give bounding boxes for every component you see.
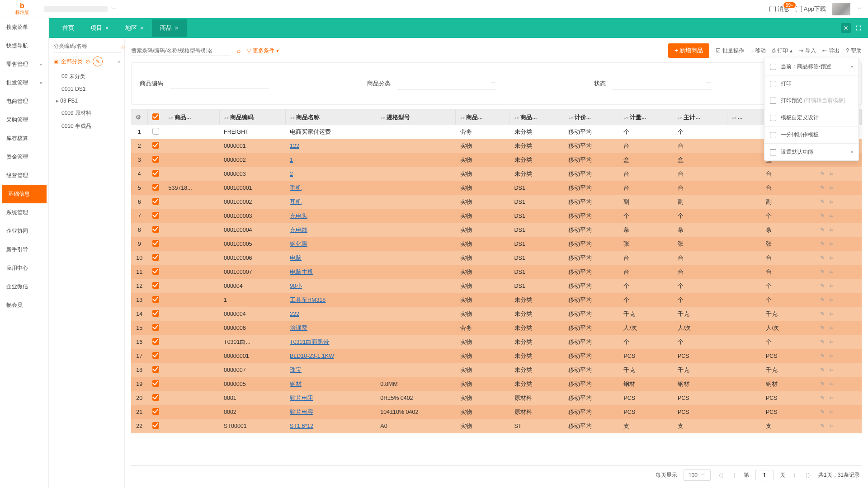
print-menu-item[interactable]: 模板自定义设计	[764, 109, 859, 126]
table-row[interactable]: 5539718...000100001手机实物DS1移动平均台台台✎⌗	[131, 181, 862, 195]
row-checkbox[interactable]	[152, 170, 159, 177]
more-icon[interactable]: ⌗	[830, 296, 833, 304]
product-name-link[interactable]: 工具车HM318	[290, 297, 326, 303]
row-checkbox[interactable]	[152, 296, 159, 303]
edit-icon[interactable]: ✎	[820, 422, 825, 430]
sidebar-item[interactable]: 企业微信	[0, 277, 48, 296]
column-header[interactable]: ▴▾计量...	[619, 110, 673, 125]
sidebar-item[interactable]: 畅会员	[0, 296, 48, 314]
more-icon[interactable]: ⌗	[830, 268, 833, 276]
column-header[interactable]: ▴▾商品...	[510, 110, 564, 125]
row-checkbox[interactable]	[152, 268, 159, 275]
table-row[interactable]: 22ST00001ST1.6*12A0实物ST移动平均支支支✎⌗	[131, 419, 862, 433]
row-checkbox[interactable]	[152, 240, 159, 247]
product-name-link[interactable]: 122	[290, 143, 299, 149]
search-icon[interactable]: ⌕	[121, 42, 125, 50]
sidebar-item[interactable]: 应用中心	[0, 259, 48, 277]
table-row[interactable]: 190000005钢材0.8MM实物未分类移动平均钢材钢材钢材✎⌗	[131, 377, 862, 391]
product-name-link[interactable]: 充电头	[290, 213, 307, 219]
sidebar-item[interactable]: 零售管理▾	[0, 55, 48, 74]
product-name-link[interactable]: 钢材	[290, 381, 302, 387]
table-row[interactable]: 11000100007电脑主机实物DS1移动平均台台台✎⌗	[131, 265, 862, 279]
product-name-link[interactable]: T0301白面黑带	[290, 339, 329, 345]
edit-icon[interactable]: ✎	[820, 212, 825, 220]
select-all-checkbox[interactable]	[152, 113, 159, 120]
tab[interactable]: 地区✕	[117, 19, 152, 37]
row-checkbox[interactable]	[152, 366, 159, 373]
column-header[interactable]: ▴▾规格型号	[376, 110, 456, 125]
column-header[interactable]: ▴▾商品编码	[219, 110, 285, 125]
column-header[interactable]: ▴▾商品...	[456, 110, 510, 125]
table-row[interactable]: 8000100004充电线实物DS1移动平均条条条✎⌗	[131, 223, 862, 237]
table-row[interactable]: 400000032实物未分类移动平均台台台✎⌗	[131, 167, 862, 181]
sidebar-item[interactable]: 企业协同	[0, 222, 48, 240]
row-checkbox[interactable]	[152, 282, 159, 289]
filter-cat-select[interactable]: ﹀	[397, 78, 496, 89]
product-name-link[interactable]: 培训费	[290, 325, 307, 331]
more-icon[interactable]: ⌗	[830, 366, 833, 374]
edit-icon[interactable]: ✎	[820, 268, 825, 276]
sidebar-item[interactable]: 电商管理	[0, 92, 48, 111]
edit-icon[interactable]: ✎	[820, 324, 825, 332]
more-icon[interactable]: ⌗	[830, 310, 833, 318]
column-header[interactable]: ⚙	[131, 110, 148, 125]
more-icon[interactable]: ⌗	[830, 394, 833, 402]
filter-code-input[interactable]	[170, 79, 269, 89]
product-table[interactable]: ⚙▴▾商品...▴▾商品编码▴▾商品名称▴▾规格型号▴▾商品...▴▾商品...…	[131, 109, 862, 466]
sidebar-item[interactable]: 库存核算	[0, 129, 48, 148]
product-name-link[interactable]: 耳机	[290, 199, 302, 205]
avatar[interactable]	[832, 3, 850, 15]
edit-icon[interactable]: ✎	[820, 240, 825, 248]
product-name-link[interactable]: 90小	[290, 283, 302, 289]
row-checkbox[interactable]	[152, 212, 159, 219]
tab[interactable]: 首页	[54, 19, 82, 37]
row-checkbox[interactable]	[152, 352, 159, 359]
print-menu-item[interactable]: 打印	[764, 75, 859, 92]
sidebar-item[interactable]: 采购管理	[0, 111, 48, 129]
product-name-link[interactable]: 钢化膜	[290, 241, 307, 247]
tab[interactable]: 项目✕	[82, 19, 117, 37]
edit-icon[interactable]: ✎	[820, 282, 825, 290]
tree-all[interactable]: 全部分类	[61, 58, 83, 66]
product-name-link[interactable]: 电脑主机	[290, 269, 313, 275]
table-row[interactable]: 16T0301白...T0301白面黑带实物未分类移动平均个个个✎⌗	[131, 335, 862, 349]
edit-icon[interactable]: ✎	[820, 394, 825, 402]
edit-icon[interactable]: ✎	[820, 184, 825, 192]
table-row[interactable]: 1700000001BLD10-23-1.1KW实物未分类移动平均PCSPCSP…	[131, 349, 862, 363]
table-row[interactable]: 6000100002耳机实物DS1移动平均副副副✎⌗	[131, 195, 862, 209]
fullscreen-button[interactable]	[854, 23, 863, 33]
more-icon[interactable]: ⌗	[830, 338, 833, 346]
batch-button[interactable]: ☑批量操作	[716, 47, 744, 55]
close-icon[interactable]: ✕	[175, 25, 179, 31]
close-icon[interactable]: ✕	[105, 25, 109, 31]
row-checkbox[interactable]	[152, 128, 159, 135]
search-icon[interactable]: ⌕	[237, 47, 241, 54]
org-dropdown[interactable]: ﹀	[44, 5, 117, 13]
table-row[interactable]: 210002贴片电容104±10% 0402实物原材料移动平均PCSPCSPCS…	[131, 405, 862, 419]
table-row[interactable]: 1FREIGHT电商买家付运费劳务未分类移动平均个个✎⌗	[131, 125, 862, 139]
table-row[interactable]: 10000100006电脑实物DS1移动平均台台台✎⌗	[131, 251, 862, 265]
more-icon[interactable]: ⌗	[830, 380, 833, 388]
more-icon[interactable]: ⌗	[830, 324, 833, 332]
edit-icon[interactable]: ✎	[820, 310, 825, 318]
edit-icon[interactable]: ✎	[820, 408, 825, 416]
next-page-button[interactable]: ⟩	[792, 472, 797, 479]
edit-icon[interactable]: ✎	[820, 366, 825, 374]
product-name-link[interactable]: ST1.6*12	[290, 423, 313, 429]
product-name-link[interactable]: 1	[290, 157, 293, 163]
edit-icon[interactable]: ✎	[820, 352, 825, 360]
chevron-down-icon[interactable]: ﹀	[857, 5, 863, 13]
tree-item[interactable]: 0009 原材料	[53, 107, 122, 120]
row-checkbox[interactable]	[152, 226, 159, 233]
column-header[interactable]: ▴▾主计...	[673, 110, 727, 125]
app-download-button[interactable]: App下载	[796, 5, 826, 13]
move-button[interactable]: ↕移动	[750, 47, 766, 55]
row-checkbox[interactable]	[152, 198, 159, 205]
row-checkbox[interactable]	[152, 184, 159, 191]
row-checkbox[interactable]	[152, 254, 159, 261]
edit-icon[interactable]: ✎	[820, 198, 825, 206]
page-number-input[interactable]	[755, 470, 774, 480]
table-row[interactable]: 9000100005钢化膜实物DS1移动平均张张张✎⌗	[131, 237, 862, 251]
first-page-button[interactable]: ⟨⟨	[717, 472, 725, 479]
add-product-button[interactable]: 新增商品	[668, 43, 709, 58]
